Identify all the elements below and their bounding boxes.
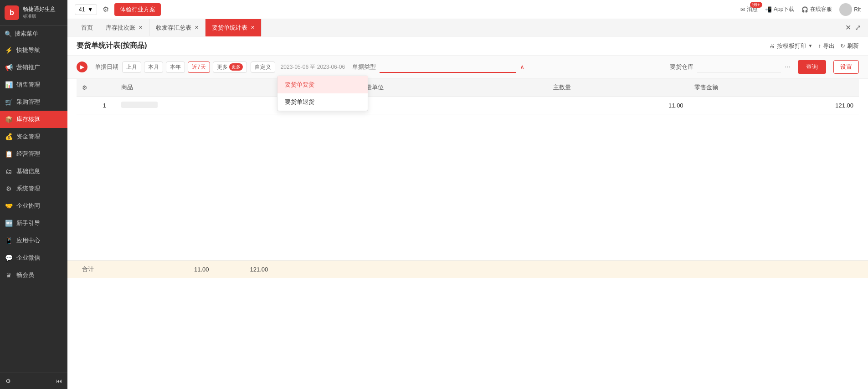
warehouse-label: 要货仓库 (670, 63, 693, 71)
logo-icon: b (5, 5, 19, 20)
page-header: 要货单统计表(按商品) 🖨 按模板打印 ▼ ↑ 导出 ↻ 刷新 (67, 36, 868, 56)
nav-label: 新手引导 (16, 219, 40, 227)
store-number: 41 (79, 6, 85, 13)
export-icon: ↑ (818, 42, 822, 49)
th-index (93, 79, 116, 97)
warehouse-more-btn[interactable]: ··· (785, 63, 791, 71)
sidebar-nav: ⚡ 快捷导航 📢 营销推广 📊 销售管理 🛒 采购管理 📦 库存核算 💰 资金管… (0, 41, 67, 373)
td-index: 1 (93, 97, 116, 114)
more-badge: 更多 (229, 63, 243, 71)
custom-date-btn[interactable]: 自定义 (251, 61, 275, 73)
page-title: 要货单统计表(按商品) (77, 41, 147, 51)
export-btn[interactable]: ↑ 导出 (818, 42, 835, 50)
wechat-icon: 💬 (5, 254, 13, 262)
table-header: ⚙ 商品 主计量单位 主数量 零售金额 (77, 79, 859, 97)
user-avatar-area[interactable]: Rit (839, 3, 861, 16)
sidebar-item-finance[interactable]: 💰 资金管理 (0, 128, 67, 145)
dropdown-item-order-return[interactable]: 要货单退货 (277, 93, 368, 111)
sidebar-item-sales[interactable]: 📊 销售管理 (0, 76, 67, 93)
dropdown-item-order-purchase[interactable]: 要货单要货 (277, 76, 368, 93)
sidebar-item-app-center[interactable]: 📱 应用中心 (0, 232, 67, 249)
date-buttons: 上月 本月 本年 近7天 更多 更多 (122, 61, 247, 73)
top-header: 41 ▼ ⚙ 体验行业方案 ✉ 消息 99+ 📲 App下载 🎧 在线客服 R (67, 0, 868, 19)
sidebar-item-vip[interactable]: ♛ 畅会员 (0, 266, 67, 284)
tab-close-receivable-summary[interactable]: ✕ (195, 25, 199, 31)
type-select-arrow[interactable]: ∧ (520, 63, 524, 71)
main-area: 41 ▼ ⚙ 体验行业方案 ✉ 消息 99+ 📲 App下载 🎧 在线客服 R (67, 0, 868, 389)
nav-label: 快捷导航 (16, 46, 40, 54)
sidebar-item-guide[interactable]: 🆕 新手引导 (0, 215, 67, 232)
date-btn-this-year[interactable]: 本年 (166, 61, 185, 73)
expand-filter-btn[interactable]: ▶ (77, 61, 87, 72)
sidebar-item-basic-info[interactable]: 🗂 基础信息 (0, 163, 67, 180)
chevron-down-icon: ▼ (808, 43, 813, 48)
sidebar-item-marketing[interactable]: 📢 营销推广 (0, 59, 67, 76)
sidebar-item-operations[interactable]: 📋 经营管理 (0, 145, 67, 163)
app-download-btn[interactable]: 📲 App下载 (765, 5, 794, 13)
tab-inventory-batch[interactable]: 库存批次账 ✕ (99, 19, 149, 36)
settings-action-button[interactable]: 设置 (833, 60, 859, 74)
inventory-icon: 📦 (5, 115, 13, 123)
type-dropdown: 要货单要货 要货单退货 (277, 76, 368, 111)
nav-label: 销售管理 (16, 81, 40, 89)
online-service-btn[interactable]: 🎧 在线客服 (801, 5, 832, 13)
guide-icon: 🆕 (5, 219, 13, 227)
date-btn-more[interactable]: 更多 更多 (213, 61, 247, 73)
table-container: ⚙ 商品 主计量单位 主数量 零售金额 1 (67, 79, 868, 114)
sidebar-item-quick-nav[interactable]: ⚡ 快捷导航 (0, 41, 67, 59)
expand-tabs-btn[interactable]: ⤢ (855, 23, 861, 32)
td-amount: 121.00 (689, 97, 859, 114)
chevron-down-icon: ▼ (87, 6, 93, 13)
date-btn-last-month[interactable]: 上月 (122, 61, 141, 73)
tab-home[interactable]: 首页 (75, 24, 99, 32)
nav-label: 营销推广 (16, 63, 40, 72)
avatar (839, 3, 852, 16)
tab-close-order-stats[interactable]: ✕ (251, 25, 255, 31)
th-quantity: 主数量 (548, 79, 688, 97)
sidebar-item-inventory[interactable]: 📦 库存核算 (0, 111, 67, 128)
footer-label: 合计 (82, 265, 94, 273)
tab-receivable-summary[interactable]: 收发存汇总表 ✕ (149, 19, 205, 36)
nav-label: 资金管理 (16, 133, 40, 141)
sidebar-item-cooperation[interactable]: 🤝 企业协同 (0, 197, 67, 215)
download-icon: 📲 (765, 6, 772, 13)
service-icon: 🎧 (801, 6, 808, 13)
print-template-btn[interactable]: 🖨 按模板打印 ▼ (769, 42, 813, 50)
sidebar-logo[interactable]: b 畅捷通好生意 标准版 (0, 0, 67, 26)
nav-label: 畅会员 (16, 271, 34, 279)
sidebar-item-purchase[interactable]: 🛒 采购管理 (0, 93, 67, 111)
nav-label: 基础信息 (16, 167, 40, 175)
sidebar-item-wechat[interactable]: 💬 企业微信 (0, 249, 67, 266)
footer-amount: 121.00 (250, 266, 268, 273)
store-selector[interactable]: 41 ▼ (75, 4, 97, 15)
date-filter-group: 单据日期 上月 本月 本年 近7天 更多 更多 自定义 2023-05-06 至… (95, 61, 345, 73)
logo-sub: 标准版 (23, 13, 56, 20)
date-range: 2023-05-06 至 2023-06-06 (281, 63, 345, 71)
close-all-tabs-btn[interactable]: ✕ (845, 23, 851, 32)
header-left: 41 ▼ ⚙ 体验行业方案 (75, 3, 161, 16)
messages-btn[interactable]: ✉ 消息 99+ (740, 5, 758, 13)
query-button[interactable]: 查询 (798, 60, 826, 74)
search-menu[interactable]: 🔍 搜索菜单 (0, 26, 67, 41)
refresh-btn[interactable]: ↻ 刷新 (840, 42, 859, 50)
print-icon: 🖨 (769, 42, 775, 49)
warehouse-input[interactable] (697, 61, 781, 72)
date-btn-7days[interactable]: 近7天 (188, 61, 210, 73)
th-amount: 零售金额 (689, 79, 859, 97)
date-btn-this-month[interactable]: 本月 (144, 61, 163, 73)
sidebar-item-system[interactable]: ⚙ 系统管理 (0, 180, 67, 197)
header-right: ✉ 消息 99+ 📲 App下载 🎧 在线客服 Rit (740, 3, 861, 16)
th-settings[interactable]: ⚙ (77, 79, 93, 97)
settings-gear-icon[interactable]: ⚙ (5, 378, 11, 384)
collapse-sidebar-btn[interactable]: ⏮ (56, 378, 62, 384)
header-settings-icon[interactable]: ⚙ (103, 5, 109, 14)
tab-order-stats[interactable]: 要货单统计表 ✕ (205, 19, 262, 36)
trial-button[interactable]: 体验行业方案 (114, 3, 161, 16)
page-content: 要货单统计表(按商品) 🖨 按模板打印 ▼ ↑ 导出 ↻ 刷新 (67, 36, 868, 389)
type-select-input[interactable] (380, 61, 516, 73)
tab-close-inventory-batch[interactable]: ✕ (139, 25, 143, 31)
messages-badge: 99+ (750, 2, 762, 8)
nav-label: 企业协同 (16, 202, 40, 210)
more-label: 更多 (217, 63, 228, 71)
cooperation-icon: 🤝 (5, 202, 13, 210)
